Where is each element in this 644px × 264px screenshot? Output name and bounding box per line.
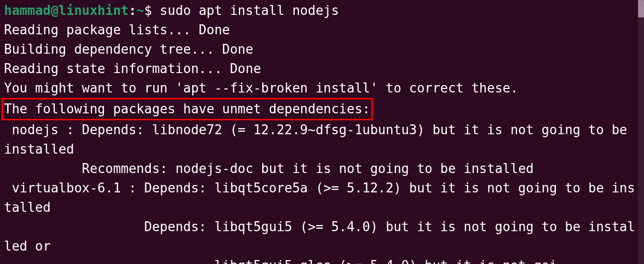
output-line-4: You might want to run 'apt --fix-broken … (4, 81, 518, 95)
output-line-9: Depends: libqt5gui5 (>= 5.4.0) but it is… (4, 219, 635, 254)
output-line-7: Recommends: nodejs-doc but it is not goi… (4, 161, 534, 176)
output-line-1: Reading package lists... Done (4, 22, 230, 37)
output-line-10: libqt5gui5-gles (>= 5.4.0) but it is not… (4, 258, 557, 264)
highlighted-error-line: The following packages have unmet depend… (1, 98, 373, 120)
output-line-8: virtualbox-6.1 : Depends: libqt5core5a (… (4, 180, 635, 215)
prompt-dollar: $ (144, 3, 160, 18)
output-line-5: The following packages have unmet depend… (4, 101, 370, 116)
output-line-2: Building dependency tree... Done (4, 42, 253, 57)
prompt-separator: : (128, 3, 136, 18)
scrollbar-track[interactable] (638, 0, 644, 264)
prompt-user: hammad@linuxhint (4, 3, 128, 18)
terminal-output[interactable]: hammad@linuxhint:~$ sudo apt install nod… (4, 1, 640, 264)
output-line-6: nodejs : Depends: libnode72 (= 12.22.9~d… (4, 122, 635, 157)
output-line-3: Reading state information... Done (4, 61, 261, 76)
scrollbar-thumb[interactable] (638, 0, 644, 17)
command-text: sudo apt install nodejs (160, 3, 339, 18)
prompt-path: ~ (136, 3, 144, 18)
